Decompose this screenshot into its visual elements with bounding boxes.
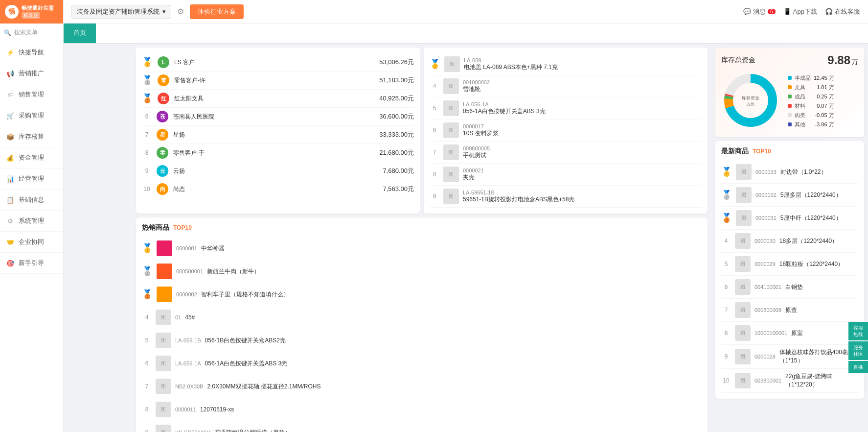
nav-icon: 📊 [6,174,15,183]
rank-number: 7 [142,383,152,390]
product-name: 18颗粒板（1220*2440） [779,260,858,268]
product-img: 图 [735,349,751,364]
rank-number: 5 [430,105,439,112]
online-service-btn[interactable]: 🎧 在线客服 [825,7,860,16]
product-info: 0000017 10S 变料罗浆 [463,123,499,138]
donut-container: 库存资金 占比 半成品 12.45 万 文具 1.01 万 成品 0.25 万 … [721,71,858,131]
product-name: 花语萌恒温分腿睡袋（厚款） [214,429,702,432]
product-img: 图 [156,333,171,348]
product-code: 10000100001 [754,330,787,336]
medal-icon: 🥉 [142,93,153,104]
legend-label: 文具 [795,84,814,91]
nav-icon: 🤝 [6,238,15,246]
nav-icon: 🛒 [6,111,15,120]
hot-product-row: 8 图 0000011 12070519-xs [142,398,702,421]
product-name: 白钢垫 [785,283,858,291]
nav-label: 资金管理 [19,153,44,162]
rank-number: 5 [142,337,152,344]
svg-text:库存资金: 库存资金 [742,96,759,100]
product-code: 01 [175,314,181,320]
legend-label: 其他 [795,121,812,128]
product-name: 2.0X30MM双搓花轴,搓花直径2.1MM/ROHS [207,383,702,391]
hot-product-row: 🥉 0000002 智利车子里（规格不知道填什么） [142,283,702,306]
sidebar-nav: ⚡快捷导航📢营销推广🏷销售管理🛒采购管理📦库存核算💰资金管理📊经营管理📋基础信息… [0,42,63,274]
trial-button[interactable]: 体验行业方案 [190,4,244,19]
product-name: 45# [185,314,702,321]
float-community-btn[interactable]: 服务社区 [848,341,868,360]
medal-icon: 🥈 [142,75,153,86]
product-name: 5厘中纤（1220*2440） [780,214,858,222]
product-code: LA-089 [464,57,558,63]
product-name: 原查 [785,306,858,314]
rank-number: 8 [721,330,731,336]
float-live-btn[interactable]: 直播 [848,361,868,373]
search-icon: 🔍 [4,29,11,36]
hot-product-row: 4 图 01 45# [142,306,702,329]
rank-badge: L [158,56,169,68]
rank-badge: 尚 [157,183,168,195]
nav-label: 库存核算 [19,132,44,141]
sidebar-item-guide[interactable]: 🎯新手引导 [0,253,63,274]
rank-number: 4 [721,238,731,244]
rank-number: 4 [430,83,439,90]
tab-home[interactable]: 首页 [64,24,96,43]
customer-name: 零售客户-许 [174,76,374,85]
nav-label: 营销推广 [19,69,44,78]
legend-item: 半成品 12.45 万 [788,74,834,82]
message-btn[interactable]: 💬 消息 6 [743,7,776,16]
legend-value: 1.01 万 [817,84,834,91]
nav-label: 系统管理 [19,216,44,225]
product-name: 雪地靴 [463,85,490,94]
nav-label: 销售管理 [19,90,44,99]
medal-icon: 🥉 [142,289,153,300]
sidebar-item-quick-nav[interactable]: ⚡快捷导航 [0,42,63,63]
product-ranking-row: 6 图 0000017 10S 变料罗浆 [430,120,702,142]
newest-products-list: 🥇 图 0000033 封边带（1.0*22） 🥈 图 0000032 5厘多层… [721,161,858,393]
sidebar-item-system[interactable]: ⚙系统管理 [0,211,63,232]
rank-badge: 苍 [157,111,168,122]
hot-product-row: 9 图 KK-SD22110H 花语萌恒温分腿睡袋（厚款） [142,421,702,432]
customer-name: 云扬 [173,167,378,175]
product-ranking-row: 7 图 000800005 手机测试 [430,142,702,164]
product-info: LA-59651-1B 59651-1B旋转投影灯电池盒ABS黑色+58壳 [463,190,574,204]
newest-product-row: 7 图 000800008 原查 [721,299,858,322]
logo-icon: 畅 [5,5,19,19]
product-name: 18多层（1220*2440） [779,237,858,245]
nav-label: 快捷导航 [19,48,44,57]
rank-number: 7 [142,131,152,138]
search-menu[interactable]: 🔍 搜索菜单 [0,24,63,42]
nav-icon: 🎯 [6,259,15,267]
sidebar-item-sales[interactable]: 🏷销售管理 [0,84,63,105]
nav-label: 基础信息 [19,195,44,204]
legend-dot [788,95,792,98]
nav-icon: 📦 [6,132,15,141]
product-name: 夹壳 [463,173,484,182]
sidebar-item-inventory[interactable]: 📦库存核算 [0,126,63,147]
settings-icon[interactable]: ⚙ [177,7,184,16]
rank-number: 5 [721,261,731,267]
product-code: KK-SD22110H [175,430,210,432]
app-download-btn[interactable]: 📱 App下载 [783,7,817,16]
product-img: 图 [443,167,459,182]
product-code: 0000031 [755,215,777,221]
medal-icon: 🥈 [142,266,153,277]
sidebar-item-operation[interactable]: 📊经营管理 [0,168,63,190]
sidebar-item-purchase[interactable]: 🛒采购管理 [0,105,63,126]
sidebar-item-cooperation[interactable]: 🤝企业协同 [0,232,63,253]
product-name: 新西兰牛肉（新牛） [207,267,702,276]
sidebar-item-basics[interactable]: 📋基础信息 [0,190,63,211]
legend-label: 成品 [795,93,814,100]
customer-name: 星扬 [173,131,374,139]
newest-product-row: 6 图 004100001 白钢垫 [721,276,858,299]
product-info: LA-089 电池盖 LA-089 ABS本色+黑种 7.1克 [464,57,558,72]
legend-dot [788,104,792,108]
sidebar-item-marketing[interactable]: 📢营销推广 [0,63,63,84]
system-selector[interactable]: 装备及固定资产辅助管理系统 ▾ [71,5,171,19]
legend-dot [788,122,792,126]
rank-number: 7 [721,307,731,313]
float-service-btn[interactable]: 客服热线 [848,322,868,340]
sidebar-item-finance[interactable]: 💰资金管理 [0,147,63,168]
product-code: 0000011 [175,407,196,412]
rank-number: 8 [430,171,439,178]
rank-number: 6 [430,127,439,134]
